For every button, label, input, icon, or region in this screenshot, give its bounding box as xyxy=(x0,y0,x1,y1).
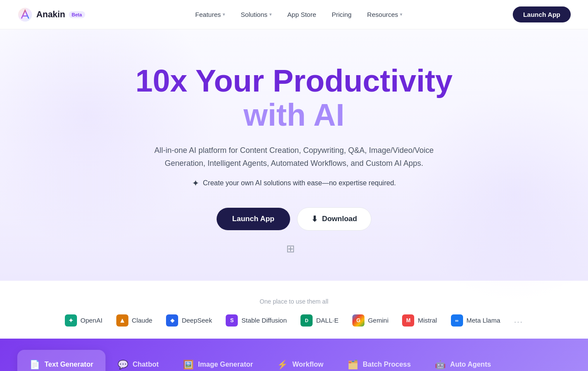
more-integrations[interactable]: ... xyxy=(514,316,523,325)
download-label: Download xyxy=(322,215,357,223)
mistral-logo: M xyxy=(402,314,414,327)
integration-dalle[interactable]: D DALL·E xyxy=(300,314,339,327)
image-generator-icon: 🖼️ xyxy=(183,359,194,370)
dalle-label: DALL·E xyxy=(316,317,339,324)
tab-batch-process[interactable]: 🗂️ Batch Process xyxy=(336,350,423,371)
hero-title-part1: 10x Your Productivity xyxy=(135,63,453,98)
deepseek-label: DeepSeek xyxy=(182,317,212,324)
tab-workflow-label: Workflow xyxy=(292,361,323,368)
gemini-label: Gemini xyxy=(368,317,389,324)
hero-tagline: ✦ Create your own AI solutions with ease… xyxy=(192,178,396,188)
tab-chatbot-label: Chatbot xyxy=(133,361,159,368)
chatbot-icon: 💬 xyxy=(118,359,128,370)
logo-text: Anakin xyxy=(36,10,65,19)
tab-batch-process-label: Batch Process xyxy=(363,361,411,368)
hero-tagline-text: Create your own AI solutions with ease—n… xyxy=(203,179,396,187)
openai-logo: ✦ xyxy=(65,314,77,327)
feature-tabs: 📄 Text Generator 💬 Chatbot 🖼️ Image Gene… xyxy=(0,339,588,371)
nav-resources[interactable]: Resources ▾ xyxy=(367,11,403,18)
integration-gemini[interactable]: G Gemini xyxy=(352,314,389,327)
nav-pricing[interactable]: Pricing xyxy=(332,11,352,18)
tab-workflow[interactable]: ⚡ Workflow xyxy=(265,350,336,371)
hero-section: 10x Your Productivity with AI All-in-one… xyxy=(0,29,588,281)
dalle-logo: D xyxy=(300,314,313,327)
hero-title: 10x Your Productivity with AI xyxy=(135,64,453,132)
integration-deepseek[interactable]: ◈ DeepSeek xyxy=(166,314,212,327)
nav-links: Features ▾ Solutions ▾ App Store Pricing… xyxy=(195,11,403,18)
hero-launch-button[interactable]: Launch App xyxy=(217,208,290,230)
stable-diffusion-label: Stable Diffusion xyxy=(241,317,287,324)
logo[interactable]: Anakin Beta xyxy=(17,7,85,22)
workflow-icon: ⚡ xyxy=(277,359,288,370)
beta-badge: Beta xyxy=(69,11,85,18)
claude-label: Claude xyxy=(132,317,153,324)
meta-llama-logo: ∞ xyxy=(451,314,463,327)
hero-subtitle: All-in-one AI platform for Content Creat… xyxy=(134,144,454,170)
integrations-section: One place to use them all ✦ OpenAI ▲ Cla… xyxy=(0,281,588,339)
hero-download-button[interactable]: ⬇ Download xyxy=(297,207,371,231)
anakin-logo-icon xyxy=(17,7,33,22)
integrations-label: One place to use them all xyxy=(260,298,329,305)
hero-title-part2: with AI xyxy=(243,98,344,132)
tab-auto-agents-label: Auto Agents xyxy=(450,361,491,368)
nav-features[interactable]: Features ▾ xyxy=(195,11,225,18)
integration-meta-llama[interactable]: ∞ Meta Llama xyxy=(451,314,500,327)
integration-mistral[interactable]: M Mistral xyxy=(402,314,437,327)
download-icon: ⬇ xyxy=(311,214,318,224)
tab-text-generator-label: Text Generator xyxy=(45,361,93,368)
tab-list: 📄 Text Generator 💬 Chatbot 🖼️ Image Gene… xyxy=(17,350,571,371)
tab-text-generator[interactable]: 📄 Text Generator xyxy=(17,350,105,371)
navbar: Anakin Beta Features ▾ Solutions ▾ App S… xyxy=(0,0,588,29)
os-icons: ⊞ xyxy=(286,243,302,255)
openai-label: OpenAI xyxy=(80,317,102,324)
tab-image-generator-label: Image Generator xyxy=(198,361,253,368)
integration-claude[interactable]: ▲ Claude xyxy=(116,314,153,327)
integration-stable-diffusion[interactable]: S Stable Diffusion xyxy=(226,314,287,327)
meta-llama-label: Meta Llama xyxy=(467,317,500,324)
claude-logo: ▲ xyxy=(116,314,128,327)
text-generator-icon: 📄 xyxy=(29,359,40,370)
mistral-label: Mistral xyxy=(418,317,437,324)
hero-buttons: Launch App ⬇ Download xyxy=(217,207,371,231)
integration-openai[interactable]: ✦ OpenAI xyxy=(65,314,102,327)
integration-list: ✦ OpenAI ▲ Claude ◈ DeepSeek S Stable Di… xyxy=(65,314,523,327)
tab-image-generator[interactable]: 🖼️ Image Generator xyxy=(171,350,265,371)
windows-icon[interactable]: ⊞ xyxy=(286,243,295,255)
nav-solutions[interactable]: Solutions ▾ xyxy=(241,11,272,18)
tab-auto-agents[interactable]: 🤖 Auto Agents xyxy=(423,350,503,371)
batch-process-icon: 🗂️ xyxy=(348,359,358,370)
sparkle-icon: ✦ xyxy=(192,178,199,188)
chevron-down-icon: ▾ xyxy=(400,12,403,17)
nav-launch-button[interactable]: Launch App xyxy=(513,6,571,22)
chevron-down-icon: ▾ xyxy=(269,12,272,17)
tab-chatbot[interactable]: 💬 Chatbot xyxy=(105,350,171,371)
stable-diffusion-logo: S xyxy=(226,314,238,327)
chevron-down-icon: ▾ xyxy=(223,12,225,17)
deepseek-logo: ◈ xyxy=(166,314,178,327)
nav-appstore[interactable]: App Store xyxy=(288,11,316,18)
auto-agents-icon: 🤖 xyxy=(435,359,446,370)
gemini-logo: G xyxy=(352,314,364,327)
